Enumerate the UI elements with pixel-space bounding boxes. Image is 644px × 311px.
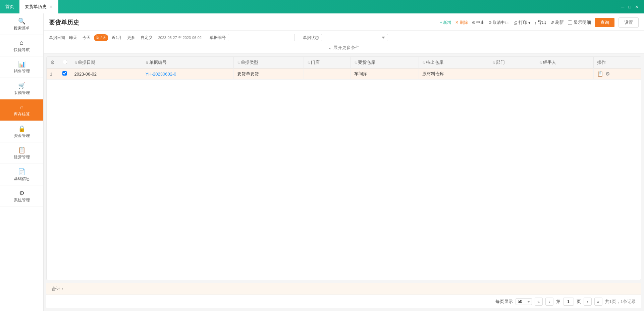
sidebar-item-finance-mgmt[interactable]: 🔒 资金管理 bbox=[0, 121, 43, 142]
sidebar-label-inventory-calc: 库存核算 bbox=[14, 112, 30, 117]
sidebar-label-purchase-mgmt: 采购管理 bbox=[14, 90, 30, 96]
sort-date-icon[interactable] bbox=[74, 60, 78, 65]
setting-button[interactable]: 设置 bbox=[619, 17, 639, 28]
stop-button[interactable]: ⊘ 中止 bbox=[472, 20, 484, 26]
finance-mgmt-icon: 🔒 bbox=[18, 126, 25, 132]
table-row: 1 2023-06-02 YH-20230602-0 要货单要货 车间库 原材料… bbox=[47, 69, 641, 80]
print-dropdown-icon: ▾ bbox=[528, 20, 531, 25]
top-bar: 首页 要货单历史 ✕ ─ □ ✕ bbox=[0, 0, 644, 13]
sort-dept-icon[interactable] bbox=[492, 60, 496, 65]
close-window-icon[interactable]: ✕ bbox=[634, 4, 640, 9]
show-detail-toggle[interactable]: 显示明细 bbox=[568, 19, 591, 26]
sort-billtype-icon[interactable] bbox=[237, 60, 241, 65]
date-tab-more[interactable]: 更多 bbox=[125, 34, 137, 41]
sales-mgmt-icon: 📊 bbox=[18, 61, 25, 67]
total-records: 共1页，1条记录 bbox=[605, 299, 636, 305]
active-tab[interactable]: 要货单历史 ✕ bbox=[19, 0, 58, 13]
sort-pendingwh-icon[interactable] bbox=[422, 60, 426, 65]
column-store-label: 门店 bbox=[311, 60, 320, 65]
edit-op-icon[interactable]: ⚙ bbox=[605, 71, 610, 77]
data-table: ⚙ 单据日期 单据编号 单据类型 门店 要货仓库 待出仓库 部门 经手人 操作 bbox=[47, 57, 641, 80]
date-filter-label: 单据日期 bbox=[49, 35, 65, 41]
column-settings-th[interactable]: ⚙ bbox=[47, 57, 59, 69]
column-handler-label: 经手人 bbox=[543, 60, 556, 65]
content-area: 要货单历史 + 新增 ✕ 删除 ⊘ 中止 ⊘ 取消中止 🖨 打印 ▾ ↑ 导出 … bbox=[44, 13, 644, 311]
next-page-btn[interactable]: › bbox=[584, 298, 592, 306]
home-tab[interactable]: 首页 bbox=[0, 0, 19, 13]
export-button[interactable]: ↑ 导出 bbox=[535, 19, 547, 26]
sidebar-label-search-menu: 搜索菜单 bbox=[14, 26, 30, 31]
column-pendingwh-th: 待出仓库 bbox=[419, 57, 489, 69]
date-tab-custom[interactable]: 自定义 bbox=[139, 34, 155, 41]
select-all-checkbox[interactable] bbox=[63, 60, 67, 64]
sort-store-icon[interactable] bbox=[307, 60, 311, 65]
sidebar-label-ops-mgmt: 经营管理 bbox=[14, 154, 30, 160]
close-tab-icon[interactable]: ✕ bbox=[49, 4, 53, 9]
date-tab-7days[interactable]: 近7天 bbox=[94, 34, 108, 41]
page-num-input[interactable] bbox=[563, 298, 574, 306]
table-footer-sum: 合计： bbox=[46, 283, 641, 295]
sort-handler-icon[interactable] bbox=[539, 60, 543, 65]
print-label: 打印 bbox=[519, 19, 527, 26]
refresh-button[interactable]: ↺ 刷新 bbox=[550, 19, 564, 26]
sidebar-item-ops-mgmt[interactable]: 📋 经营管理 bbox=[0, 142, 43, 164]
add-button[interactable]: + 新增 bbox=[440, 20, 451, 26]
sidebar-label-quick-nav: 快捷导航 bbox=[14, 47, 30, 53]
row-billtype: 要货单要货 bbox=[237, 71, 259, 76]
prev-page-btn[interactable]: ‹ bbox=[545, 298, 553, 306]
sidebar-item-sys-mgmt[interactable]: ⚙ 系统管理 bbox=[0, 185, 43, 207]
sidebar-item-sales-mgmt[interactable]: 📊 销售管理 bbox=[0, 56, 43, 78]
column-pendingwh-label: 待出仓库 bbox=[426, 60, 443, 65]
export-icon: ↑ bbox=[535, 20, 537, 25]
sidebar-label-basic-info: 基础信息 bbox=[14, 176, 30, 182]
date-tab-today[interactable]: 今天 bbox=[80, 34, 93, 41]
view-op-icon[interactable]: 📋 bbox=[597, 71, 603, 77]
column-dept-label: 部门 bbox=[496, 60, 505, 65]
show-detail-checkbox[interactable] bbox=[568, 20, 572, 25]
sidebar-item-quick-nav[interactable]: ⌂ 快捷导航 bbox=[0, 35, 43, 56]
column-checkbox-th bbox=[59, 57, 71, 69]
row-checkbox-cell bbox=[59, 69, 71, 80]
row-checkbox[interactable] bbox=[62, 71, 67, 76]
row-billno-link[interactable]: YH-20230602-0 bbox=[146, 72, 176, 77]
sidebar-item-basic-info[interactable]: 📄 基础信息 bbox=[0, 164, 43, 185]
bill-no-label: 单据编号 bbox=[210, 35, 226, 41]
pagination-bar: 每页显示 50 20 100 « ‹ 第 页 › » 共1页，1条记录 bbox=[46, 295, 641, 308]
bill-no-input[interactable] bbox=[228, 34, 295, 41]
active-tab-label: 要货单历史 bbox=[25, 4, 47, 10]
sidebar-label-sys-mgmt: 系统管理 bbox=[14, 197, 30, 203]
basic-info-icon: 📄 bbox=[18, 169, 25, 175]
row-pendingwh: 原材料仓库 bbox=[422, 71, 444, 76]
last-page-btn[interactable]: » bbox=[594, 298, 602, 306]
first-page-btn[interactable]: « bbox=[535, 298, 543, 306]
sidebar-item-purchase-mgmt[interactable]: 🛒 采购管理 bbox=[0, 78, 43, 99]
print-button[interactable]: 🖨 打印 ▾ bbox=[513, 19, 531, 26]
sidebar-item-inventory-calc[interactable]: ⌂ 库存核算 bbox=[0, 99, 43, 121]
search-menu-icon: 🔍 bbox=[18, 18, 25, 24]
column-date-th: 单据日期 bbox=[71, 57, 142, 69]
cancel-stop-button[interactable]: ⊘ 取消中止 bbox=[488, 20, 509, 26]
minimize-icon[interactable]: ─ bbox=[620, 4, 626, 9]
status-select[interactable] bbox=[321, 34, 388, 41]
expand-icon: ⌄ bbox=[328, 45, 332, 50]
maximize-icon[interactable]: □ bbox=[627, 4, 632, 9]
delete-button[interactable]: ✕ 删除 bbox=[455, 20, 468, 26]
sort-billno-icon[interactable] bbox=[146, 60, 149, 65]
date-tab-1month[interactable]: 近1月 bbox=[110, 34, 124, 41]
expand-more-btn[interactable]: ⌄ 展开更多条件 bbox=[49, 43, 639, 51]
row-num-cell: 1 bbox=[47, 69, 59, 80]
query-button[interactable]: 查询 bbox=[595, 18, 614, 27]
row-billno-cell: YH-20230602-0 bbox=[142, 69, 234, 80]
filter-area: 单据日期 昨天 今天 近7天 近1月 更多 自定义 2023-05-27 至 2… bbox=[44, 31, 644, 54]
page-size-select[interactable]: 50 20 100 bbox=[516, 298, 532, 305]
ops-mgmt-icon: 📋 bbox=[18, 147, 25, 153]
date-tab-yesterday[interactable]: 昨天 bbox=[67, 34, 79, 41]
sort-reqwh-icon[interactable] bbox=[354, 60, 358, 65]
status-label: 单据状态 bbox=[303, 35, 319, 41]
export-label: 导出 bbox=[538, 19, 546, 26]
column-ops-th: 操作 bbox=[593, 57, 641, 69]
column-dept-th: 部门 bbox=[489, 57, 536, 69]
column-date-label: 单据日期 bbox=[78, 60, 95, 65]
sidebar-item-search-menu[interactable]: 🔍 搜索菜单 bbox=[0, 13, 43, 35]
quick-nav-icon: ⌂ bbox=[20, 40, 23, 46]
